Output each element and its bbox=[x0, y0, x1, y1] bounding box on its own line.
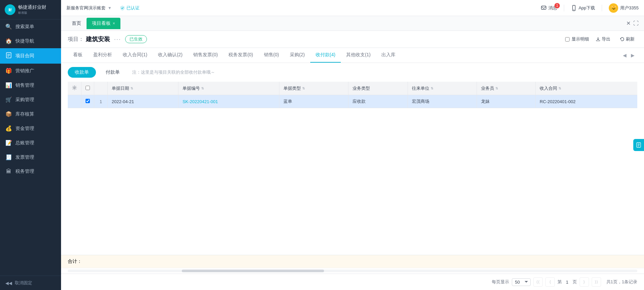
window-maximize-icon[interactable]: ⛶ bbox=[633, 20, 639, 26]
row-num: 1 bbox=[94, 95, 108, 108]
col-type[interactable]: 单据类型 ⇅ bbox=[279, 82, 348, 95]
shield-icon bbox=[120, 5, 125, 11]
table-header-row: 单据日期 ⇅ 单据编号 ⇅ 单据类型 bbox=[68, 82, 637, 95]
current-page: 1 bbox=[565, 280, 570, 285]
refresh-button[interactable]: 刷新 bbox=[617, 35, 637, 44]
row-checkbox-cell[interactable] bbox=[82, 95, 94, 108]
tab-close-icon[interactable]: × bbox=[113, 21, 115, 26]
sidebar-item-sales-label: 销售管理 bbox=[15, 82, 34, 88]
subtab-payment[interactable]: 付款单 bbox=[99, 67, 127, 78]
export-label: 导出 bbox=[602, 36, 610, 42]
next-page-button[interactable]: ⟩ bbox=[580, 277, 589, 287]
subnav-income-contract-label: 收入合同(1) bbox=[123, 52, 147, 57]
sidebar-item-marketing[interactable]: 🎁 营销推广 bbox=[0, 64, 61, 78]
tab-project-board[interactable]: 项目看板 × bbox=[87, 18, 120, 29]
more-options-button[interactable]: ··· bbox=[114, 36, 121, 43]
subnav-tab-tax-invoice[interactable]: 税务发票(0) bbox=[223, 48, 258, 63]
sidebar-item-search[interactable]: 🔍 搜索菜单 bbox=[0, 19, 61, 34]
row-biz-type: 应收款 bbox=[348, 95, 408, 108]
user-menu[interactable]: 🐱 用户3355 bbox=[609, 3, 639, 13]
col-date-sort-icon: ⇅ bbox=[130, 86, 133, 90]
per-page-label: 每页显示 bbox=[492, 279, 509, 285]
subnav-tab-sales[interactable]: 销售(0) bbox=[259, 48, 284, 63]
col-date[interactable]: 单据日期 ⇅ bbox=[108, 82, 178, 95]
show-detail-input[interactable] bbox=[565, 37, 570, 42]
message-icon bbox=[541, 5, 547, 11]
message-button[interactable]: 消息 1 bbox=[541, 5, 557, 11]
subnav-income-confirm-label: 收入确认(2) bbox=[158, 52, 182, 57]
col-salesperson-label: 业务员 bbox=[481, 85, 494, 91]
page-prefix-label: 第 bbox=[557, 279, 562, 285]
sidebar-item-search-label: 搜索菜单 bbox=[15, 24, 34, 30]
prev-page-button[interactable]: ⟨ bbox=[545, 277, 555, 287]
table-row[interactable]: 1 2022-04-21 SK-20220421-001 蓝单 应收款 宏茂商场… bbox=[68, 95, 637, 108]
sidebar-item-sales[interactable]: 📊 销售管理 bbox=[0, 78, 61, 92]
col-partner-sort-icon: ⇅ bbox=[431, 86, 433, 90]
col-code[interactable]: 单据编号 ⇅ bbox=[178, 82, 279, 95]
col-date-label: 单据日期 bbox=[112, 85, 129, 91]
subnav-tab-income-contract[interactable]: 收入合同(1) bbox=[117, 48, 153, 63]
status-badge: 已生效 bbox=[125, 35, 147, 43]
tab-home[interactable]: 首页 bbox=[66, 18, 87, 29]
sidebar-item-purchase[interactable]: 🛒 采购管理 bbox=[0, 92, 61, 107]
sidebar-item-capital[interactable]: 💰 资金管理 bbox=[0, 121, 61, 136]
subnav-tab-warehouse[interactable]: 出入库 bbox=[376, 48, 401, 63]
export-button[interactable]: 导出 bbox=[593, 35, 613, 44]
sidebar-item-inventory[interactable]: 📦 库存核算 bbox=[0, 107, 61, 121]
app-download-button[interactable]: App下载 bbox=[571, 5, 595, 11]
select-all-checkbox[interactable] bbox=[86, 86, 90, 90]
col-income-contract[interactable]: 收入合同 ⇅ bbox=[536, 82, 637, 95]
show-detail-checkbox[interactable]: 显示明细 bbox=[565, 36, 589, 42]
sidebar-item-invoice[interactable]: 🧾 发票管理 bbox=[0, 150, 61, 164]
subnav-tab-other-expense[interactable]: 其他收支(1) bbox=[341, 48, 376, 63]
subnav-tab-income-confirm[interactable]: 收入确认(2) bbox=[153, 48, 188, 63]
col-type-sort-icon: ⇅ bbox=[302, 86, 305, 90]
subnav-tab-payment[interactable]: 收付款(4) bbox=[310, 48, 341, 63]
show-detail-label: 显示明细 bbox=[572, 36, 589, 42]
subnav-tab-sales-invoice[interactable]: 销售发票(0) bbox=[188, 48, 223, 63]
footer-total: 合计： bbox=[61, 255, 644, 268]
scroll-thumb[interactable] bbox=[182, 270, 324, 272]
col-code-label: 单据编号 bbox=[182, 85, 200, 91]
col-checkbox[interactable] bbox=[82, 82, 94, 95]
subnav-tab-board[interactable]: 看板 bbox=[68, 48, 88, 63]
sidebar-item-tax[interactable]: 🏛 税务管理 bbox=[0, 164, 61, 178]
app-download-label: App下载 bbox=[579, 5, 595, 11]
row-partner: 宏茂商场 bbox=[408, 95, 477, 108]
col-partner[interactable]: 往来单位 ⇅ bbox=[408, 82, 477, 95]
subnav-sales-label: 销售(0) bbox=[264, 52, 279, 57]
account-selector[interactable]: 新服务官网演示账套 ▼ bbox=[66, 5, 112, 11]
topbar-left: 新服务官网演示账套 ▼ 已认证 bbox=[66, 5, 140, 11]
contract-icon bbox=[5, 52, 12, 60]
col-salesperson[interactable]: 业务员 ⇅ bbox=[477, 82, 535, 95]
subnav-next-arrow[interactable]: ▶ bbox=[629, 52, 636, 59]
first-page-button[interactable]: ⟨⟨ bbox=[533, 277, 543, 287]
per-page-select[interactable]: 50 100 200 bbox=[512, 278, 531, 286]
row-code[interactable]: SK-20220421-001 bbox=[178, 95, 279, 108]
unpin-button[interactable]: ◀◀ 取消固定 bbox=[0, 276, 61, 290]
row-income-contract: RC-20220401-002 bbox=[536, 95, 637, 108]
row-code-link[interactable]: SK-20220421-001 bbox=[182, 99, 218, 104]
subtab-payment-label: 付款单 bbox=[106, 69, 120, 75]
subtab-receipt[interactable]: 收款单 bbox=[68, 67, 96, 78]
sidebar-item-contract[interactable]: 项目合同 bbox=[0, 48, 61, 64]
subnav-tab-profit[interactable]: 盈利分析 bbox=[88, 48, 117, 63]
last-page-button[interactable]: ⟩⟩ bbox=[592, 277, 601, 287]
sidebar-item-quicknav[interactable]: 🏠 快捷导航 bbox=[0, 34, 61, 48]
row-checkbox[interactable] bbox=[86, 99, 90, 103]
horizontal-scrollbar[interactable] bbox=[61, 268, 644, 274]
search-icon: 🔍 bbox=[5, 23, 12, 30]
col-settings[interactable] bbox=[68, 82, 82, 95]
col-biz-type-label: 业务类型 bbox=[353, 86, 370, 91]
tab-project-board-label: 项目看板 bbox=[92, 20, 111, 26]
sidebar-item-contract-label: 项目合同 bbox=[15, 53, 34, 59]
float-action-button[interactable] bbox=[633, 139, 644, 151]
subtab-hint: 注：这里是与项目关联的全部收付款单哦～ bbox=[132, 69, 215, 75]
window-close-icon[interactable]: ✕ bbox=[626, 20, 631, 26]
svg-point-10 bbox=[74, 87, 75, 89]
account-name: 新服务官网演示账套 bbox=[66, 5, 106, 11]
sidebar-item-ledger[interactable]: 📝 总账管理 bbox=[0, 136, 61, 150]
window-controls: ✕ ⛶ bbox=[626, 20, 639, 26]
subnav-tab-purchase[interactable]: 采购(2) bbox=[284, 48, 310, 63]
subnav-prev-arrow[interactable]: ◀ bbox=[621, 52, 628, 59]
